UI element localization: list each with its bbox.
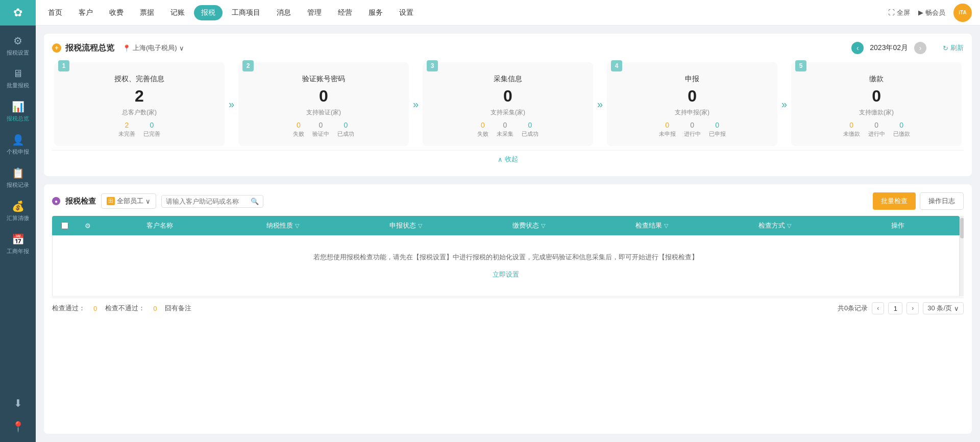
collapse-bar[interactable]: ∧ 收起 <box>52 150 964 168</box>
sidebar-item-personal-tax[interactable]: 👤 个税申报 <box>0 129 36 161</box>
search-input-wrapper[interactable]: 🔍 <box>161 195 263 208</box>
employee-filter-selector[interactable]: 田 全部员工 ∨ <box>101 193 156 209</box>
step-4-sub-1[interactable]: 0 未申报 <box>659 121 676 138</box>
nav-home[interactable]: 首页 <box>41 5 69 20</box>
month-nav: ‹ 2023年02月 › <box>851 42 926 54</box>
overview-card: + 报税流程总览 📍 上海(电子税局) ∨ ‹ 2023年02月 › ↻ 刷新 <box>44 34 972 176</box>
th-check-method-label: 检查方式 <box>758 221 785 230</box>
prev-page-button[interactable]: ‹ <box>872 302 884 314</box>
table-scrollbar[interactable] <box>960 216 964 297</box>
refresh-icon: ↻ <box>943 44 948 52</box>
th-tax-nature-label: 纳税性质 <box>266 221 293 230</box>
table-scroll-thumb[interactable] <box>960 218 964 238</box>
tax-settings-icon: ⚙ <box>13 35 22 47</box>
prev-month-button[interactable]: ‹ <box>851 42 864 54</box>
main-layout: ⚙ 报税设置 🖥 批量报税 📊 报税总览 👤 个税申报 📋 报税记录 💰 汇算清… <box>0 26 980 442</box>
top-navigation: ✿ 首页 客户 收费 票据 记账 报税 工商项目 消息 管理 经营 服务 设置 … <box>0 0 980 26</box>
step-3-desc: 支持采集(家) <box>491 108 525 117</box>
sidebar-item-tax-record[interactable]: 📋 报税记录 <box>0 162 36 194</box>
nav-settings[interactable]: 设置 <box>392 5 421 20</box>
step-5-desc: 支持缴款(家) <box>859 108 894 117</box>
th-declare-status-filter-icon[interactable]: ▽ <box>418 223 422 229</box>
step-3-sub-1[interactable]: 0 失败 <box>477 121 488 138</box>
step-2-sub-1[interactable]: 0 失败 <box>293 121 304 138</box>
check-pass-count[interactable]: 0 <box>93 305 97 312</box>
step-3-sub-2-label: 未采集 <box>497 130 513 138</box>
sidebar-download[interactable]: ⬇ <box>10 392 27 414</box>
sidebar-item-settlement[interactable]: 💰 汇算清缴 <box>0 195 36 227</box>
nav-fee[interactable]: 收费 <box>102 5 131 20</box>
nav-service[interactable]: 服务 <box>361 5 390 20</box>
th-check-method-filter-icon[interactable]: ▽ <box>787 223 791 229</box>
th-pay-status-filter-icon[interactable]: ▽ <box>541 223 545 229</box>
nav-operation[interactable]: 经营 <box>331 5 359 20</box>
operation-log-button[interactable]: 操作日志 <box>920 192 964 210</box>
search-input[interactable] <box>166 198 248 205</box>
step-2-sub: 0 失败 0 验证中 0 已成功 <box>293 121 354 138</box>
th-check-result-filter-icon[interactable]: ▽ <box>664 223 668 229</box>
step-1-sub-1[interactable]: 2 未完善 <box>118 121 135 138</box>
step-2-sub-2-label: 验证中 <box>312 130 329 138</box>
step-2-sub-3[interactable]: 0 已成功 <box>337 121 354 138</box>
sidebar-label-annual-report: 工商年报 <box>7 248 29 255</box>
step-arrow-1: » <box>227 62 236 146</box>
select-all-checkbox[interactable] <box>61 222 68 229</box>
th-operation-label: 操作 <box>891 221 904 230</box>
step-3-sub-2[interactable]: 0 未采集 <box>497 121 513 138</box>
immediate-setup-link[interactable]: 立即设置 <box>493 271 519 278</box>
next-page-button[interactable]: › <box>906 302 919 314</box>
check-fail-label: 检查不通过： <box>105 304 145 313</box>
search-icon[interactable]: 🔍 <box>251 198 259 205</box>
nav-business[interactable]: 工商项目 <box>225 5 267 20</box>
next-month-button[interactable]: › <box>914 42 926 54</box>
tax-check-title: 报税检查 <box>65 197 96 206</box>
step-5-sub-3[interactable]: 0 已缴款 <box>893 121 910 138</box>
th-tax-nature-filter-icon[interactable]: ▽ <box>295 223 299 229</box>
check-fail-count[interactable]: 0 <box>153 305 157 312</box>
sidebar-item-tax-overview[interactable]: 📊 报税总览 <box>0 95 36 128</box>
nav-manage[interactable]: 管理 <box>300 5 329 20</box>
nav-invoice[interactable]: 票据 <box>133 5 161 20</box>
batch-tax-icon: 🖥 <box>13 68 23 80</box>
nav-accounting[interactable]: 记账 <box>163 5 192 20</box>
batch-check-button[interactable]: 批量检查 <box>873 192 916 210</box>
check-badge-icon: ● <box>52 197 60 205</box>
sidebar-location[interactable]: 📍 <box>10 415 27 438</box>
step-2-sub-2[interactable]: 0 验证中 <box>312 121 329 138</box>
settings-icon[interactable]: ⚙ <box>85 222 91 230</box>
step-1-sub-2-label: 已完善 <box>143 130 160 138</box>
step-5-sub-2[interactable]: 0 进行中 <box>868 121 885 138</box>
step-1-sub-2[interactable]: 0 已完善 <box>143 121 160 138</box>
refresh-button[interactable]: ↻ 刷新 <box>943 43 964 53</box>
settlement-icon: 💰 <box>12 200 24 212</box>
sidebar-item-tax-settings[interactable]: ⚙ 报税设置 <box>0 30 36 62</box>
sidebar-item-annual-report[interactable]: 📅 工商年报 <box>0 228 36 260</box>
step-5-card: 5 缴款 0 支持缴款(家) 0 未缴款 0 进行中 <box>791 62 962 146</box>
th-checkbox[interactable] <box>52 217 78 234</box>
vip-button[interactable]: ▶ 畅会员 <box>918 8 945 17</box>
sidebar-item-batch-tax[interactable]: 🖥 批量报税 <box>0 63 36 94</box>
mascot-avatar[interactable]: iTA <box>953 4 972 22</box>
nav-client[interactable]: 客户 <box>71 5 100 20</box>
sidebar-label-tax-settings: 报税设置 <box>7 49 29 57</box>
step-5-sub-2-num: 0 <box>874 121 878 129</box>
nav-message[interactable]: 消息 <box>270 5 298 20</box>
th-declare-status-label: 申报状态 <box>389 221 416 230</box>
step-2-sub-3-label: 已成功 <box>337 130 354 138</box>
step-1-number: 1 <box>58 60 69 71</box>
per-page-selector[interactable]: 30 条/页 ∨ <box>923 302 964 314</box>
step-4-count: 0 <box>688 88 697 104</box>
th-pay-status: 缴费状态 ▽ <box>467 216 590 235</box>
step-2-card: 2 验证账号密码 0 支持验证(家) 0 失败 0 验证中 <box>238 62 409 146</box>
step-2-sub-2-num: 0 <box>319 121 323 129</box>
th-settings[interactable]: ⚙ <box>78 217 98 235</box>
nav-tax[interactable]: 报税 <box>194 5 223 20</box>
location-selector[interactable]: 📍 上海(电子税局) ∨ <box>122 43 184 53</box>
fullscreen-button[interactable]: ⛶ 全屏 <box>888 8 910 17</box>
step-5-sub-1[interactable]: 0 未缴款 <box>843 121 860 138</box>
step-4-sub-3[interactable]: 0 已申报 <box>709 121 726 138</box>
step-4-number: 4 <box>611 60 622 71</box>
sidebar-label-settlement: 汇算清缴 <box>7 214 29 222</box>
step-4-sub-2[interactable]: 0 进行中 <box>684 121 701 138</box>
step-3-sub-3[interactable]: 0 已成功 <box>522 121 538 138</box>
